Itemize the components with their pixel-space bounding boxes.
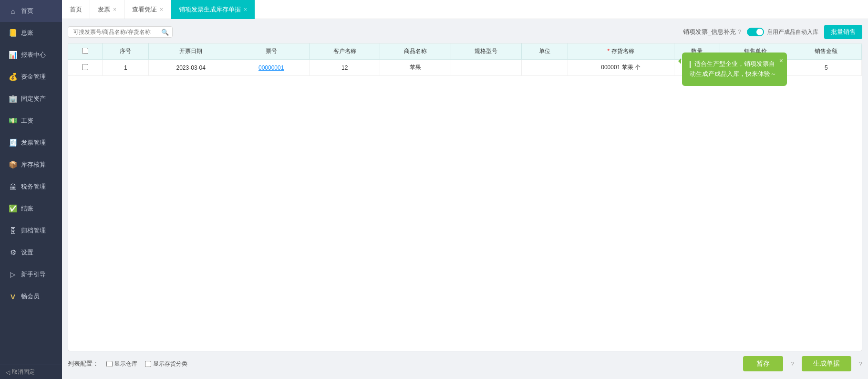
row-spec	[451, 60, 521, 76]
tab-voucher[interactable]: 查看凭证 ×	[124, 0, 171, 19]
row-seq: 1	[103, 60, 149, 76]
tab-voucher-close[interactable]: ×	[160, 6, 163, 13]
info-label: 销项发票_信息补充 ?	[683, 28, 741, 36]
sidebar-item-report[interactable]: 📊 报表中心	[0, 44, 62, 66]
tax-icon: 🏛	[9, 183, 17, 191]
tooltip-close-button[interactable]: ×	[779, 55, 783, 66]
settings-icon: ⚙	[9, 248, 17, 257]
row-customer: 12	[310, 60, 380, 76]
sidebar: ⌂ 首页 📒 总账 📊 报表中心 💰 资金管理 🏢 固定资产 💵 工资 🧾 发票…	[0, 0, 62, 379]
unfix-button[interactable]: ◁ 取消固定	[0, 365, 62, 379]
sidebar-item-settle[interactable]: ✅ 结账	[0, 198, 62, 220]
tab-main-close[interactable]: ×	[244, 6, 247, 13]
sidebar-item-asset[interactable]: 🏢 固定资产	[0, 88, 62, 110]
tab-invoice[interactable]: 发票 ×	[90, 0, 124, 19]
sidebar-item-inventory[interactable]: 📦 库存核算	[0, 154, 62, 176]
sidebar-item-fund[interactable]: 💰 资金管理	[0, 66, 62, 88]
sidebar-item-guide[interactable]: ▷ 新手引导	[0, 263, 62, 285]
content-area: 🔍 销项发票_信息补充 ? 启用产成品自动入库 批量销售	[62, 19, 868, 379]
row-checkbox[interactable]	[82, 64, 88, 70]
unfix-icon: ◁	[6, 369, 10, 376]
row-unit	[521, 60, 568, 76]
asset-icon: 🏢	[9, 95, 17, 103]
tooltip-box: × 适合生产型企业，销项发票自动生成产成品入库，快来体验～	[682, 53, 787, 86]
table-wrap: 序号 开票日期 票号 客户名称 商品名称 规格型号 单位 * 存货名称 数量 销…	[68, 43, 862, 351]
save-button[interactable]: 暂存	[743, 356, 783, 371]
show-warehouse-checkbox[interactable]: 显示仓库	[106, 360, 137, 368]
sidebar-item-tax[interactable]: 🏛 税务管理	[0, 176, 62, 198]
sidebar-item-vip[interactable]: V 畅会员	[0, 285, 62, 307]
select-all-checkbox[interactable]	[82, 48, 88, 54]
show-warehouse-input[interactable]	[106, 361, 113, 367]
sidebar-item-archive[interactable]: 🗄 归档管理	[0, 220, 62, 242]
show-warehouse-label: 显示仓库	[114, 360, 137, 368]
sidebar-item-settings[interactable]: ⚙ 设置	[0, 242, 62, 263]
show-category-input[interactable]	[145, 361, 151, 367]
tab-main-label: 销项发票生成库存单据	[179, 5, 241, 14]
tab-invoice-close[interactable]: ×	[113, 6, 116, 13]
tab-main[interactable]: 销项发票生成库存单据 ×	[171, 0, 255, 19]
fund-icon: 💰	[9, 73, 17, 81]
row-amount: 5	[791, 60, 861, 76]
tooltip-cursor	[690, 61, 691, 68]
save-help-icon[interactable]: ?	[791, 360, 794, 368]
toggle-knob	[756, 29, 763, 35]
toggle-label: 启用产成品自动入库	[767, 28, 818, 36]
col-unit: 单位	[521, 43, 568, 60]
col-invoice-no: 票号	[233, 43, 310, 60]
archive-icon: 🗄	[9, 227, 17, 235]
col-seq: 序号	[103, 43, 149, 60]
vip-icon: V	[9, 293, 17, 301]
sidebar-item-payroll[interactable]: 💵 工资	[0, 110, 62, 132]
sidebar-item-home[interactable]: ⌂ 首页	[0, 0, 62, 22]
col-spec: 规格型号	[451, 43, 521, 60]
search-input[interactable]	[68, 26, 173, 38]
sidebar-bottom: ◁ 取消固定	[0, 365, 62, 379]
sidebar-item-label: 税务管理	[21, 182, 46, 191]
auto-warehouse-toggle[interactable]	[747, 28, 764, 36]
tab-home[interactable]: 首页	[62, 0, 90, 19]
batch-button[interactable]: 批量销售	[824, 25, 862, 39]
col-date: 开票日期	[149, 43, 233, 60]
col-product: 商品名称	[380, 43, 451, 60]
sidebar-item-label: 总账	[21, 29, 33, 37]
generate-button[interactable]: 生成单据	[802, 356, 851, 371]
toggle-wrap: 启用产成品自动入库	[747, 28, 818, 36]
info-help-icon[interactable]: ?	[738, 29, 741, 35]
show-category-checkbox[interactable]: 显示存货分类	[145, 360, 187, 368]
sidebar-item-label: 首页	[21, 7, 33, 15]
bottom-bar: 列表配置： 显示仓库 显示存货分类 暂存 ? 生成单据 ?	[68, 351, 862, 373]
sidebar-item-label: 库存核算	[21, 160, 46, 169]
sidebar-item-ledger[interactable]: 📒 总账	[0, 22, 62, 44]
row-invoice-no[interactable]: 00000001	[233, 60, 310, 76]
tab-bar: 首页 发票 × 查看凭证 × 销项发票生成库存单据 ×	[62, 0, 868, 19]
sidebar-item-label: 新手引导	[21, 270, 46, 279]
sidebar-item-label: 畅会员	[21, 292, 40, 301]
guide-icon: ▷	[9, 270, 17, 279]
generate-help-icon[interactable]: ?	[859, 360, 862, 368]
main-area: 首页 发票 × 查看凭证 × 销项发票生成库存单据 × 🔍 销项发票_信息补充	[62, 0, 868, 379]
sidebar-item-label: 工资	[21, 116, 33, 125]
list-config-label: 列表配置：	[68, 359, 99, 368]
invoice-icon: 🧾	[9, 138, 17, 147]
row-date: 2023-03-04	[149, 60, 233, 76]
info-label-text: 销项发票_信息补充	[683, 28, 736, 36]
col-amount: 销售金额	[791, 43, 861, 60]
row-product: 苹果	[380, 60, 451, 76]
report-icon: 📊	[9, 51, 17, 59]
tab-home-label: 首页	[70, 5, 82, 14]
sidebar-item-label: 归档管理	[21, 226, 46, 235]
ledger-icon: 📒	[9, 29, 17, 37]
sidebar-item-label: 资金管理	[21, 73, 46, 81]
tab-voucher-label: 查看凭证	[132, 5, 157, 14]
home-icon: ⌂	[9, 7, 17, 15]
sidebar-item-label: 固定资产	[21, 95, 46, 103]
col-checkbox	[68, 43, 103, 60]
sidebar-item-invoice-mgmt[interactable]: 🧾 发票管理	[0, 132, 62, 154]
sidebar-item-label: 发票管理	[21, 138, 46, 147]
payroll-icon: 💵	[9, 116, 17, 125]
row-inventory: 000001 苹果 个	[568, 60, 674, 76]
sidebar-item-label: 结账	[21, 204, 33, 213]
toolbar: 🔍 销项发票_信息补充 ? 启用产成品自动入库 批量销售	[68, 25, 862, 39]
show-category-label: 显示存货分类	[153, 360, 187, 368]
